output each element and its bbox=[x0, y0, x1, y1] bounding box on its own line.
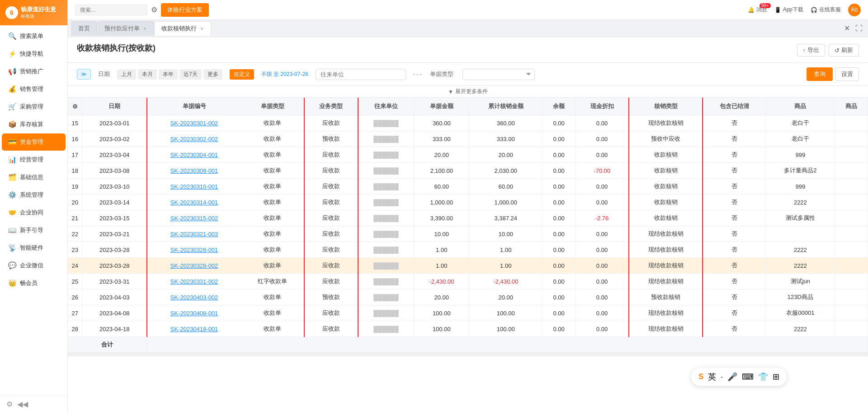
td-goods2 bbox=[835, 147, 868, 163]
td-doc-no[interactable]: SK-20230301-002 bbox=[147, 115, 241, 131]
expand-tabs-icon[interactable]: ⛶ bbox=[854, 23, 864, 34]
sidebar-item-hardware[interactable]: 📡智能硬件 bbox=[2, 239, 66, 256]
float-shirt-icon[interactable]: 👕 bbox=[758, 372, 768, 382]
td-date: 2023-03-10 bbox=[82, 179, 147, 195]
td-partner: ██████ bbox=[358, 115, 414, 131]
td-doc-no[interactable]: SK-20230310-001 bbox=[147, 179, 241, 195]
td-include-settled: 否 bbox=[703, 147, 766, 163]
partner-input[interactable] bbox=[316, 69, 406, 80]
td-doc-no[interactable]: SK-20230408-001 bbox=[147, 305, 241, 321]
sidebar-item-purchase[interactable]: 🛒采购管理 bbox=[2, 98, 66, 115]
td-doc-no[interactable]: SK-20230403-002 bbox=[147, 290, 241, 305]
sidebar-item-basic[interactable]: 🗂️基础信息 bbox=[2, 169, 66, 186]
float-dot-icon[interactable]: · bbox=[721, 372, 723, 382]
td-amount: 1.00 bbox=[414, 258, 469, 274]
main-table: ⚙ 日期 单据编号 单据类型 业务类型 往来单位 单据金额 累计核销金额 余额 … bbox=[68, 98, 868, 353]
export-button[interactable]: ↑ 导出 bbox=[797, 44, 826, 57]
horizontal-scrollbar[interactable] bbox=[68, 353, 868, 356]
tab-close-2[interactable]: × bbox=[199, 25, 204, 32]
td-balance: 0.00 bbox=[542, 321, 576, 337]
table-row: 182023-03-08SK-20230308-001收款单应收款██████2… bbox=[68, 163, 868, 179]
float-grid-icon[interactable]: ⊞ bbox=[773, 372, 779, 382]
filter-expand-button[interactable]: ≫ bbox=[77, 69, 91, 80]
table-row: 202023-03-14SK-20230314-001收款单应收款██████1… bbox=[68, 195, 868, 210]
settings-button[interactable]: 设置 bbox=[835, 67, 859, 81]
td-goods: 测试jun bbox=[766, 274, 835, 290]
td-doc-no[interactable]: SK-20230302-002 bbox=[147, 131, 241, 147]
table-row: 192023-03-10SK-20230310-001收款单应收款██████6… bbox=[68, 179, 868, 195]
td-date: 2023-03-04 bbox=[82, 147, 147, 163]
td-goods2 bbox=[835, 321, 868, 337]
sidebar-item-marketing[interactable]: 📢营销推广 bbox=[2, 63, 66, 80]
th-gear[interactable]: ⚙ bbox=[68, 98, 82, 115]
td-doc-type: 收款单 bbox=[241, 242, 304, 258]
td-doc-no[interactable]: SK-20230331-002 bbox=[147, 274, 241, 290]
sidebar-item-collab[interactable]: 🤝企业协同 bbox=[2, 204, 66, 221]
td-amount: 1.00 bbox=[414, 242, 469, 258]
doc-type-select[interactable] bbox=[462, 69, 535, 80]
tab-2[interactable]: 收款核销执行× bbox=[155, 21, 211, 36]
td-cancel-type: 收款核销 bbox=[629, 147, 703, 163]
td-discount: 0.00 bbox=[576, 226, 629, 242]
float-english-icon[interactable]: 英 bbox=[708, 371, 716, 382]
td-doc-type: 收款单 bbox=[241, 226, 304, 242]
tab-close-1[interactable]: × bbox=[142, 25, 147, 32]
settings-icon[interactable]: ⚙ bbox=[6, 400, 13, 408]
date-option-近7天[interactable]: 近7天 bbox=[179, 69, 202, 80]
sidebar-item-inventory[interactable]: 📦库存核算 bbox=[2, 116, 66, 133]
user-avatar[interactable]: Rit bbox=[848, 4, 861, 16]
td-include-settled: 否 bbox=[703, 242, 766, 258]
tab-1[interactable]: 预付款应付单× bbox=[98, 21, 154, 36]
td-goods2 bbox=[835, 195, 868, 210]
sidebar-item-guide[interactable]: 📖新手引导 bbox=[2, 222, 66, 239]
td-doc-no[interactable]: SK-20230308-001 bbox=[147, 163, 241, 179]
sidebar-item-operations[interactable]: 📊经营管理 bbox=[2, 151, 66, 168]
sidebar-item-vip[interactable]: 👑畅会员 bbox=[2, 275, 66, 292]
sidebar-item-wechat[interactable]: 💬企业微信 bbox=[2, 257, 66, 274]
app-download-item[interactable]: 📱 App下载 bbox=[774, 6, 803, 14]
message-icon-item[interactable]: 🔔 消息 99+ bbox=[748, 6, 767, 14]
sidebar-item-system[interactable]: ⚙️系统管理 bbox=[2, 186, 66, 204]
refresh-button[interactable]: ↺ 刷新 bbox=[829, 44, 859, 57]
td-amount: 2,100.00 bbox=[414, 163, 469, 179]
sidebar-item-sales[interactable]: 💰销售管理 bbox=[2, 81, 66, 98]
expand-more-button[interactable]: ▼ 展开更多条件 bbox=[448, 88, 488, 95]
td-date: 2023-03-28 bbox=[82, 258, 147, 274]
sidebar-item-finance[interactable]: 💳资金管理 bbox=[2, 133, 66, 151]
td-doc-no[interactable]: SK-20230328-001 bbox=[147, 242, 241, 258]
float-mic-icon[interactable]: 🎤 bbox=[727, 372, 737, 382]
td-date: 2023-03-02 bbox=[82, 131, 147, 147]
custom-date-button[interactable]: 自定义 bbox=[230, 69, 254, 80]
collab-icon: 🤝 bbox=[8, 209, 16, 217]
td-balance: 0.00 bbox=[542, 226, 576, 242]
td-cancel-type: 预收中应收 bbox=[629, 131, 703, 147]
float-keyboard-icon[interactable]: ⌨ bbox=[742, 372, 754, 382]
close-all-tabs-icon[interactable]: ✕ bbox=[842, 22, 852, 34]
sidebar-item-quick[interactable]: ⚡快捷导航 bbox=[2, 45, 66, 62]
td-biz-type: 应收款 bbox=[304, 163, 358, 179]
td-doc-no[interactable]: SK-20230328-002 bbox=[147, 258, 241, 274]
sidebar-item-search[interactable]: 🔍搜索菜单 bbox=[2, 28, 66, 45]
tab-0[interactable]: 首页 bbox=[71, 21, 97, 36]
td-doc-no[interactable]: SK-20230304-001 bbox=[147, 147, 241, 163]
td-include-settled: 否 bbox=[703, 131, 766, 147]
date-option-更多[interactable]: 更多 bbox=[203, 69, 222, 80]
date-option-本年[interactable]: 本年 bbox=[159, 69, 178, 80]
td-doc-no[interactable]: SK-20230418-001 bbox=[147, 321, 241, 337]
th-partner: 往来单位 bbox=[358, 98, 414, 115]
online-service-item[interactable]: 🎧 在线客服 bbox=[811, 6, 841, 14]
td-doc-no[interactable]: SK-20230315-002 bbox=[147, 210, 241, 226]
date-option-本月[interactable]: 本月 bbox=[138, 69, 157, 80]
td-discount: 0.00 bbox=[576, 290, 629, 305]
td-doc-no[interactable]: SK-20230314-001 bbox=[147, 195, 241, 210]
industry-solution-button[interactable]: 体验行业方案 bbox=[161, 3, 209, 17]
topbar-search-input[interactable] bbox=[75, 5, 147, 15]
td-doc-no[interactable]: SK-20230321-003 bbox=[147, 226, 241, 242]
td-biz-type: 应收款 bbox=[304, 305, 358, 321]
collapse-icon[interactable]: ◀◀ bbox=[17, 400, 28, 408]
td-goods: 测试多属性 bbox=[766, 210, 835, 226]
date-option-上月[interactable]: 上月 bbox=[117, 69, 136, 80]
topbar-gear-icon[interactable]: ⚙ bbox=[151, 5, 157, 14]
query-button[interactable]: 查询 bbox=[807, 67, 833, 81]
online-service-label: 在线客服 bbox=[819, 6, 841, 14]
